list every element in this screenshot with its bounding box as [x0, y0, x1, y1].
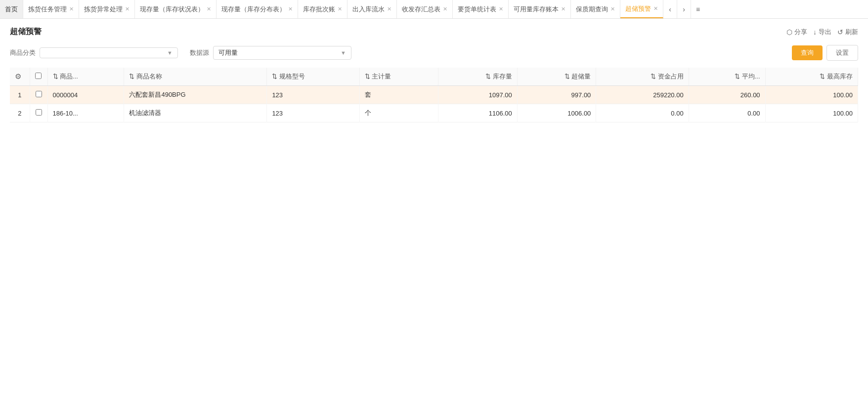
- refresh-icon: ↺: [837, 28, 843, 36]
- datasource-value: 可用量: [218, 48, 238, 57]
- nav-tab-tab-6[interactable]: 出入库流水✕: [347, 0, 397, 18]
- row-unit: 套: [359, 86, 438, 104]
- tab-label: 要货单统计表: [458, 5, 496, 14]
- row-product-name: 六配套新昌490BPG: [124, 86, 267, 104]
- row-checkbox[interactable]: [36, 91, 42, 97]
- share-button[interactable]: ⬡ 分享: [786, 28, 807, 37]
- tab-label: 现存量（库存状况表）: [140, 5, 204, 14]
- tab-close-icon[interactable]: ✕: [653, 5, 658, 12]
- table-row: 1 0000004 六配套新昌490BPG 123 套 1097.00 997.…: [10, 86, 858, 104]
- tab-close-icon[interactable]: ✕: [499, 6, 503, 12]
- header-actions: ⬡ 分享 ↓ 导出 ↺ 刷新: [786, 28, 858, 37]
- tab-close-icon[interactable]: ✕: [387, 6, 391, 12]
- tab-label: 现存量（库存分布表）: [221, 5, 286, 14]
- row-max-stock: 100.00: [765, 104, 858, 122]
- tab-label: 收发存汇总表: [402, 5, 440, 14]
- nav-tab-tab-11[interactable]: 超储预警✕: [620, 0, 663, 18]
- row-unit: 个: [359, 104, 438, 122]
- row-avg: 260.00: [689, 86, 765, 104]
- tab-close-icon[interactable]: ✕: [125, 6, 130, 12]
- category-label: 商品分类: [10, 48, 36, 57]
- row-checkbox[interactable]: [36, 109, 42, 116]
- row-spec: 123: [267, 86, 359, 104]
- tab-label: 出入库流水: [352, 5, 385, 14]
- row-product-name: 机油滤清器: [124, 104, 267, 122]
- tab-close-icon[interactable]: ✕: [561, 6, 565, 12]
- tab-label: 可用量库存账本: [514, 5, 559, 14]
- nav-home[interactable]: 首页: [0, 0, 23, 18]
- th-capital: ⇅ 资金占用: [596, 68, 689, 86]
- row-stock: 1097.00: [438, 86, 518, 104]
- th-spec: ⇅ 规格型号: [267, 68, 359, 86]
- th-avg: ⇅ 平均...: [689, 68, 765, 86]
- row-overstock: 997.00: [517, 86, 596, 104]
- share-icon: ⬡: [786, 28, 792, 36]
- export-button[interactable]: ↓ 导出: [813, 28, 831, 37]
- tab-close-icon[interactable]: ✕: [338, 6, 342, 12]
- row-number: 1: [10, 86, 30, 104]
- row-overstock: 1006.00: [517, 104, 596, 122]
- th-unit: ⇅ 主计量: [359, 68, 438, 86]
- refresh-button[interactable]: ↺ 刷新: [837, 28, 858, 37]
- nav-tab-tab-9[interactable]: 可用量库存账本✕: [509, 0, 571, 18]
- data-table: ⚙ ⇅ 商品... ⇅ 商品名称 ⇅ 规格型号 ⇅: [10, 68, 858, 122]
- nav-next-arrow[interactable]: ›: [677, 0, 691, 18]
- nav-tab-tab-3[interactable]: 现存量（库存状况表）✕: [135, 0, 217, 18]
- row-number: 2: [10, 104, 30, 122]
- top-navigation: 首页 拣货任务管理✕拣货异常处理✕现存量（库存状况表）✕现存量（库存分布表）✕库…: [0, 0, 868, 19]
- th-stock: ⇅ 库存量: [438, 68, 518, 86]
- tab-label: 库存批次账: [303, 5, 335, 14]
- settings-button[interactable]: 设置: [826, 45, 858, 61]
- category-arrow-icon: ▼: [167, 50, 173, 56]
- tab-close-icon[interactable]: ✕: [610, 6, 615, 12]
- query-button[interactable]: 查询: [792, 45, 823, 60]
- nav-tab-tab-7[interactable]: 收发存汇总表✕: [397, 0, 453, 18]
- datasource-select[interactable]: 可用量 ▼: [213, 46, 351, 60]
- row-product-code: 186-10...: [47, 104, 124, 122]
- row-checkbox-cell: [30, 86, 47, 104]
- row-capital: 259220.00: [596, 86, 689, 104]
- select-all-checkbox[interactable]: [35, 73, 42, 79]
- tab-label: 拣货任务管理: [28, 5, 67, 14]
- nav-tab-tab-1[interactable]: 拣货任务管理✕: [23, 0, 79, 18]
- th-product-code: ⇅ 商品...: [47, 68, 124, 86]
- export-icon: ↓: [813, 28, 817, 36]
- page-title: 超储预警: [10, 27, 42, 37]
- datasource-arrow-icon: ▼: [341, 50, 346, 56]
- tab-close-icon[interactable]: ✕: [288, 6, 293, 12]
- nav-tab-tab-8[interactable]: 要货单统计表✕: [453, 0, 509, 18]
- row-spec: 123: [267, 104, 359, 122]
- page-content: 超储预警 ⬡ 分享 ↓ 导出 ↺ 刷新 商品分类 ▼ 数据源: [0, 19, 868, 395]
- nav-tab-tab-4[interactable]: 现存量（库存分布表）✕: [217, 0, 298, 18]
- row-stock: 1106.00: [438, 104, 518, 122]
- row-max-stock: 100.00: [765, 86, 858, 104]
- nav-prev-arrow[interactable]: ‹: [663, 0, 677, 18]
- th-overstock: ⇅ 超储量: [517, 68, 596, 86]
- th-settings: ⚙: [10, 68, 30, 86]
- tab-close-icon[interactable]: ✕: [69, 6, 74, 12]
- category-select[interactable]: ▼: [40, 47, 178, 58]
- settings-gear-icon[interactable]: ⚙: [15, 72, 21, 80]
- th-product-name: ⇅ 商品名称: [124, 68, 267, 86]
- category-filter: 商品分类 ▼: [10, 47, 178, 58]
- action-buttons: 查询 设置: [792, 45, 858, 61]
- filter-row: 商品分类 ▼ 数据源 可用量 ▼ 查询 设置: [10, 45, 858, 61]
- tab-label: 保质期查询: [576, 5, 608, 14]
- row-checkbox-cell: [30, 104, 47, 122]
- nav-menu-arrow[interactable]: ≡: [691, 0, 705, 18]
- th-checkbox: [30, 68, 47, 86]
- datasource-filter: 数据源 可用量 ▼: [190, 46, 351, 60]
- nav-tab-tab-5[interactable]: 库存批次账✕: [298, 0, 347, 18]
- page-header: 超储预警 ⬡ 分享 ↓ 导出 ↺ 刷新: [10, 27, 858, 37]
- tab-close-icon[interactable]: ✕: [443, 6, 447, 12]
- table-row: 2 186-10... 机油滤清器 123 个 1106.00 1006.00 …: [10, 104, 858, 122]
- nav-tab-tab-2[interactable]: 拣货异常处理✕: [79, 0, 135, 18]
- datasource-label: 数据源: [190, 48, 209, 57]
- row-capital: 0.00: [596, 104, 689, 122]
- table-header-row: ⚙ ⇅ 商品... ⇅ 商品名称 ⇅ 规格型号 ⇅: [10, 68, 858, 86]
- tab-label: 超储预警: [625, 4, 651, 13]
- th-max-stock: ⇅ 最高库存: [765, 68, 858, 86]
- nav-tab-tab-10[interactable]: 保质期查询✕: [571, 0, 620, 18]
- tab-label: 拣货异常处理: [84, 5, 123, 14]
- tab-close-icon[interactable]: ✕: [207, 6, 211, 12]
